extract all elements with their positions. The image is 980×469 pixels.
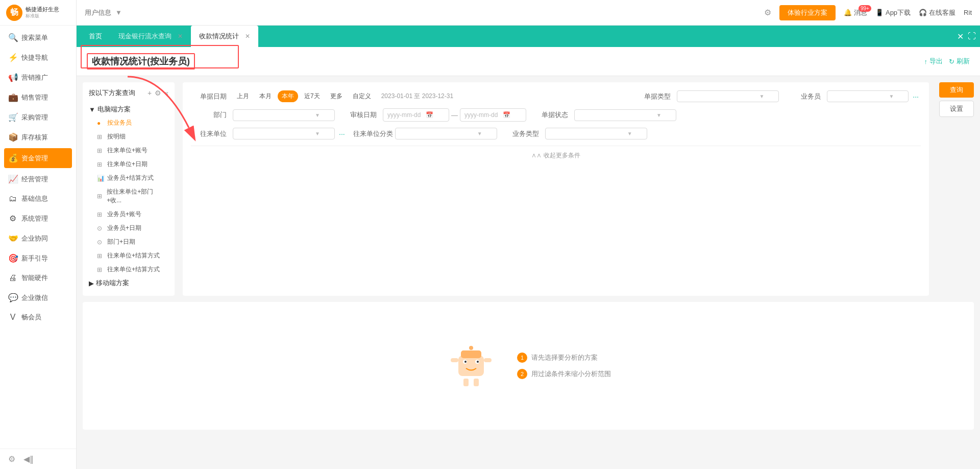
tab-home[interactable]: 首页: [81, 26, 110, 47]
scheme-item-icon-0-2: ⊞: [97, 147, 104, 154]
notification-area[interactable]: 🔔 消息 99+: [844, 8, 867, 17]
salesperson-select[interactable]: ▼: [827, 90, 909, 102]
scheme-item-0-2[interactable]: ⊞往来单位+账号: [89, 144, 168, 157]
date-tab-custom[interactable]: 自定义: [349, 90, 375, 102]
nav-icon-finance: 💰: [8, 153, 17, 163]
settings-footer-icon[interactable]: ⚙: [8, 454, 15, 464]
partner-select[interactable]: ▼: [233, 128, 335, 139]
collapse-bar[interactable]: ∧∧ 收起更多条件: [191, 146, 921, 165]
sidebar-item-purchase[interactable]: 🛒采购管理: [0, 107, 76, 127]
scheme-collapse-icon[interactable]: «: [164, 89, 168, 97]
salesperson-more[interactable]: ···: [913, 92, 919, 101]
review-date-to-icon: 📅: [503, 111, 510, 119]
nav-icon-quicknav: ⚡: [8, 53, 17, 62]
scheme-item-label-0-9: 往来单位+结算方式: [107, 251, 160, 260]
scheme-item-0-8[interactable]: ⊙部门+日期: [89, 235, 168, 249]
export-button[interactable]: ↑ 导出: [924, 57, 943, 66]
scheme-item-0-4[interactable]: 📊业务员+结算方式: [89, 171, 168, 185]
date-tab-thisyear[interactable]: 本年: [278, 90, 298, 102]
review-date-to[interactable]: yyyy-mm-dd 📅: [460, 108, 526, 122]
sidebar-item-enterprise[interactable]: 🤝企业协同: [0, 228, 76, 248]
sidebar-item-search[interactable]: 🔍搜索菜单: [0, 28, 76, 48]
scheme-item-label-0-6: 业务员+账号: [107, 210, 141, 219]
scheme-gear-icon[interactable]: ⚙: [155, 89, 161, 97]
app-download-link[interactable]: 📱 App下载: [875, 8, 911, 17]
scheme-item-0-10[interactable]: ⊞往来单位+结算方式: [89, 263, 168, 276]
filter-area: 单据日期 上月 本月 本年 近7天 更多 自定义 2023-01-01 至 20…: [183, 82, 929, 296]
receipt-tab-close[interactable]: ✕: [245, 33, 250, 40]
header-gear-icon[interactable]: ⚙: [764, 8, 771, 17]
tab-close-all-icon[interactable]: ✕: [957, 32, 964, 41]
date-tab-lastmonth[interactable]: 上月: [233, 90, 253, 102]
tab-bank[interactable]: 现金银行流水查询 ✕: [110, 26, 191, 47]
scheme-item-0-6[interactable]: ⊞业务员+账号: [89, 207, 168, 221]
partner-chevron: ▼: [315, 131, 320, 136]
salesperson-chevron: ▼: [889, 93, 894, 99]
scheme-item-0-5[interactable]: ⊞按往来单位+部门+收...: [89, 185, 168, 207]
date-tab-more[interactable]: 更多: [326, 90, 347, 102]
sidebar-item-member[interactable]: V畅会员: [0, 308, 76, 327]
nav-label-wechat: 企业微信: [21, 293, 48, 302]
scheme-item-0-1[interactable]: ⊞按明细: [89, 130, 168, 144]
doc-status-select[interactable]: ▼: [574, 109, 676, 121]
tab-expand-icon[interactable]: ⛶: [968, 32, 976, 41]
svg-rect-3: [451, 358, 458, 362]
scheme-group-1: ▶ 移动端方案: [89, 276, 168, 290]
collapse-icon: ∧∧: [531, 152, 542, 159]
doc-type-select[interactable]: ▼: [677, 90, 779, 102]
review-date-from[interactable]: yyyy-mm-dd 📅: [383, 108, 449, 122]
scheme-add-icon[interactable]: +: [148, 89, 152, 97]
sidebar-item-marketing[interactable]: 📢营销推广: [0, 67, 76, 87]
nav-label-enterprise: 企业协同: [21, 234, 48, 243]
scheme-header-actions: + ⚙ «: [148, 89, 168, 97]
sidebar-item-finance[interactable]: 💰资金管理: [4, 148, 72, 168]
online-service-link[interactable]: 🎧 在线客服: [919, 8, 955, 17]
nav-icon-basic: 🗂: [8, 194, 17, 203]
svg-point-9: [464, 361, 467, 363]
nav-icon-system: ⚙: [8, 214, 17, 223]
sidebar-item-hardware[interactable]: 🖨智能硬件: [0, 268, 76, 288]
main-area: 用户信息 ▼ ⚙ 体验行业方案 🔔 消息 99+ 📱 App下载 🎧 在线客服 …: [77, 0, 980, 469]
partner-more[interactable]: ···: [339, 130, 345, 138]
query-button[interactable]: 查询: [939, 82, 974, 98]
sidebar-item-system[interactable]: ⚙系统管理: [0, 208, 76, 228]
biz-type-select[interactable]: ▼: [545, 128, 647, 139]
svg-rect-6: [474, 379, 479, 386]
filter-settings-button[interactable]: 设置: [939, 101, 974, 117]
service-icon: 🎧: [919, 9, 927, 16]
dept-select[interactable]: ▼: [233, 109, 335, 121]
partner-category-select[interactable]: ▼: [395, 128, 497, 139]
scheme-group-title-0[interactable]: ▼ 电脑端方案: [89, 103, 168, 116]
nav-label-basic: 基础信息: [21, 194, 48, 203]
page-title: 收款情况统计(按业务员): [87, 53, 195, 69]
user-name[interactable]: Rit: [964, 9, 972, 16]
sidebar-item-sales[interactable]: 💼销售管理: [0, 87, 76, 107]
scheme-item-0-3[interactable]: ⊞往来单位+日期: [89, 157, 168, 171]
nav-icon-hardware: 🖨: [8, 273, 17, 283]
scheme-item-0-9[interactable]: ⊞往来单位+结算方式: [89, 249, 168, 263]
refresh-button[interactable]: ↻ 刷新: [949, 57, 970, 66]
scheme-item-icon-0-4: 📊: [97, 175, 104, 182]
scheme-item-0-7[interactable]: ⊙业务员+日期: [89, 221, 168, 235]
trial-button[interactable]: 体验行业方案: [779, 5, 836, 20]
date-tab-7days[interactable]: 近7天: [300, 90, 324, 102]
scheme-item-0-0[interactable]: ●按业务员: [89, 116, 168, 130]
tab-receipt[interactable]: 收款情况统计 ✕: [191, 26, 258, 47]
sidebar-item-wechat[interactable]: 💬企业微信: [0, 288, 76, 308]
sidebar-item-inventory[interactable]: 📦库存核算: [0, 127, 76, 147]
sidebar-item-guide[interactable]: 🎯新手引导: [0, 248, 76, 268]
bank-tab-close[interactable]: ✕: [178, 33, 183, 40]
biz-type-chevron: ▼: [627, 131, 632, 136]
collapse-footer-icon[interactable]: ◀‖: [23, 454, 34, 464]
sidebar-item-quicknav[interactable]: ⚡快捷导航: [0, 48, 76, 67]
date-tab-thismonth[interactable]: 本月: [255, 90, 276, 102]
header-right: 🔔 消息 99+ 📱 App下载 🎧 在线客服 Rit: [844, 8, 972, 17]
sidebar-item-operation[interactable]: 📈经营管理: [0, 169, 76, 189]
scheme-groups: ▼ 电脑端方案●按业务员⊞按明细⊞往来单位+账号⊞往来单位+日期📊业务员+结算方…: [89, 103, 168, 290]
scheme-item-label-0-2: 往来单位+账号: [107, 146, 148, 155]
logo-icon: 畅: [6, 5, 22, 21]
date-tabs: 上月 本月 本年 近7天 更多 自定义: [233, 90, 375, 102]
empty-tips: 1 请先选择要分析的方案 2 用过滤条件来缩小分析范围: [517, 353, 611, 379]
scheme-group-title-1[interactable]: ▶ 移动端方案: [89, 276, 168, 290]
sidebar-item-basic[interactable]: 🗂基础信息: [0, 189, 76, 208]
